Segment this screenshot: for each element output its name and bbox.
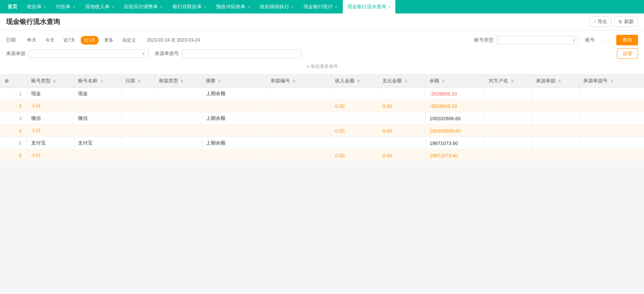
col-counterparty[interactable]: 对方户名 ⇅ bbox=[485, 75, 532, 88]
sort-account-type-icon: ⇅ bbox=[53, 79, 56, 83]
doc-num-cell bbox=[267, 125, 331, 137]
page-header: 现金银行流水查询 ↑ 导出 ↻ 刷新 bbox=[0, 13, 644, 30]
export-button[interactable]: ↑ 导出 bbox=[590, 16, 611, 27]
counterparty-cell bbox=[485, 149, 532, 162]
date-btn-custom[interactable]: 自定义 bbox=[119, 36, 139, 45]
counterparty-cell bbox=[485, 112, 532, 125]
date-btn-1month[interactable]: 近1月 bbox=[81, 36, 99, 45]
source-doc-label: 来源单据 bbox=[6, 50, 26, 57]
tab-close-receipt[interactable]: × bbox=[44, 4, 46, 9]
col-expense[interactable]: 支出金额 ⇅ bbox=[378, 75, 426, 88]
balance-cell: 100102606.60 bbox=[426, 112, 485, 125]
nav-tab-bank-deposit[interactable]: 银行存取款单× bbox=[168, 0, 211, 13]
table-row: 5支付宝支付宝上期余额19871073.60 bbox=[0, 137, 644, 149]
tab-close-payment[interactable]: × bbox=[73, 4, 75, 9]
nav-tab-cash-bank-flow[interactable]: 现金银行流水查询× bbox=[343, 0, 395, 13]
account-type-select[interactable]: ∨ bbox=[497, 36, 579, 44]
nav-tab-home[interactable]: 首页 bbox=[3, 0, 22, 13]
nav-tab-receipt[interactable]: 收款单× bbox=[23, 0, 51, 13]
source-doc-chevron: ∨ bbox=[142, 51, 145, 56]
summary-cell bbox=[202, 100, 266, 112]
account-name-cell bbox=[74, 149, 122, 162]
col-date[interactable]: 日期 ⇅ bbox=[122, 75, 155, 88]
balance-cell: 19871073.60 bbox=[426, 137, 485, 149]
tab-close-receipt-verify[interactable]: × bbox=[291, 4, 294, 9]
expense-cell bbox=[378, 137, 426, 149]
col-num bbox=[14, 75, 27, 88]
tab-close-bank-deposit[interactable]: × bbox=[204, 4, 206, 9]
account-ellipsis[interactable]: ... bbox=[603, 37, 610, 43]
col-source-doc[interactable]: 来源单据 ⇅ bbox=[532, 75, 579, 88]
col-source-doc-label: 来源单据 bbox=[536, 78, 555, 84]
table-header: ⚙ 账号类型 ⇅ 账号名称 ⇅ 日期 ⇅ 单据类型 ⇅ bbox=[0, 75, 644, 88]
date-btn-7days[interactable]: 近7天 bbox=[60, 36, 78, 45]
nav-tab-prepay-offset[interactable]: 预收冲应收单× bbox=[212, 0, 254, 13]
nav-tab-other-income[interactable]: 其他收入单× bbox=[81, 0, 119, 13]
source-doc-filter-group: 来源单据 ∨ bbox=[6, 49, 149, 58]
col-doc-num[interactable]: 单据编号 ⇅ bbox=[267, 75, 331, 88]
table-row: 2小计0.000.00-3528659.33 bbox=[0, 100, 644, 112]
refresh-button[interactable]: ↻ 刷新 bbox=[614, 16, 638, 27]
source-doc-cell bbox=[532, 149, 579, 162]
source-doc-num-input[interactable] bbox=[182, 49, 302, 58]
query-button[interactable]: 查询 bbox=[616, 35, 638, 45]
top-nav: 首页收款单×付款单×其他收入单×应收应付调整单×银行存取款单×预收冲应收单×收款… bbox=[0, 0, 644, 13]
tab-close-cash-bank-stat[interactable]: × bbox=[335, 4, 337, 9]
date-btn-more[interactable]: 更多 bbox=[101, 36, 117, 45]
date-btn-yesterday[interactable]: 昨天 bbox=[24, 36, 40, 45]
sort-balance-icon: ⇅ bbox=[442, 79, 445, 83]
date-cell bbox=[122, 137, 155, 149]
account-type-label: 账号类型 bbox=[474, 37, 494, 43]
col-account-type[interactable]: 账号类型 ⇅ bbox=[27, 75, 74, 88]
doc-num-cell bbox=[267, 88, 331, 100]
col-doc-type-label: 单据类型 bbox=[159, 78, 178, 84]
gear-cell bbox=[0, 88, 14, 100]
gear-cell bbox=[0, 149, 14, 162]
nav-tab-cash-bank-stat[interactable]: 现金银行统计× bbox=[299, 0, 342, 13]
col-account-name[interactable]: 账号名称 ⇅ bbox=[74, 75, 122, 88]
export-label: 导出 bbox=[597, 18, 607, 25]
income-cell bbox=[331, 88, 378, 100]
source-doc-cell bbox=[532, 88, 579, 100]
col-income[interactable]: 收入金额 ⇅ bbox=[331, 75, 378, 88]
account-filter-group: 账号 ... bbox=[585, 37, 610, 43]
table-row: 1现金现金上期余额-3528659.33 bbox=[0, 88, 644, 100]
sort-counterparty-icon: ⇅ bbox=[511, 79, 514, 83]
income-cell: 0.00 bbox=[331, 125, 378, 137]
col-balance-label: 余额 bbox=[429, 78, 439, 84]
account-name-cell: 微信 bbox=[74, 112, 122, 125]
nav-tab-ap-adjust[interactable]: 应收应付调整单× bbox=[119, 0, 167, 13]
col-doc-type[interactable]: 单据类型 ⇅ bbox=[155, 75, 202, 88]
collapse-label: 收起更多条件 bbox=[311, 63, 338, 70]
date-cell bbox=[122, 112, 155, 125]
nav-tab-receipt-verify[interactable]: 收款核销执行× bbox=[255, 0, 298, 13]
date-btn-today[interactable]: 今天 bbox=[42, 36, 58, 45]
col-gear[interactable]: ⚙ bbox=[0, 75, 14, 88]
col-balance[interactable]: 余额 ⇅ bbox=[426, 75, 485, 88]
counterparty-cell bbox=[485, 100, 532, 112]
account-type-cell: 小计 bbox=[27, 125, 74, 137]
tab-close-cash-bank-flow[interactable]: × bbox=[389, 4, 391, 9]
expense-cell: 0.00 bbox=[378, 149, 426, 162]
tab-close-prepay-offset[interactable]: × bbox=[248, 4, 250, 9]
expense-cell: 0.00 bbox=[378, 125, 426, 137]
income-cell: 0.00 bbox=[331, 149, 378, 162]
col-source-doc-num[interactable]: 来源单据号 ⇅ bbox=[579, 75, 644, 88]
account-name-cell: 现金 bbox=[74, 88, 122, 100]
account-type-chevron: ∨ bbox=[572, 37, 576, 43]
tab-close-other-income[interactable]: × bbox=[112, 4, 114, 9]
source-doc-select[interactable]: ∨ bbox=[29, 49, 149, 58]
doc-num-cell bbox=[267, 137, 331, 149]
summary-cell: 上期余额 bbox=[202, 137, 266, 149]
col-summary[interactable]: 摘要 ⇅ bbox=[202, 75, 266, 88]
doc-type-cell bbox=[155, 112, 202, 125]
gear-cell bbox=[0, 100, 14, 112]
tab-close-ap-adjust[interactable]: × bbox=[160, 4, 162, 9]
summary-cell: 上期余额 bbox=[202, 112, 266, 125]
main-table: ⚙ 账号类型 ⇅ 账号名称 ⇅ 日期 ⇅ 单据类型 ⇅ bbox=[0, 75, 644, 162]
collapse-filter-button[interactable]: ∧ 收起更多条件 bbox=[6, 62, 638, 71]
settings-button[interactable]: 设置 bbox=[617, 48, 638, 59]
col-account-name-label: 账号名称 bbox=[78, 78, 98, 84]
counterparty-cell bbox=[485, 125, 532, 137]
nav-tab-payment[interactable]: 付款单× bbox=[51, 0, 80, 13]
